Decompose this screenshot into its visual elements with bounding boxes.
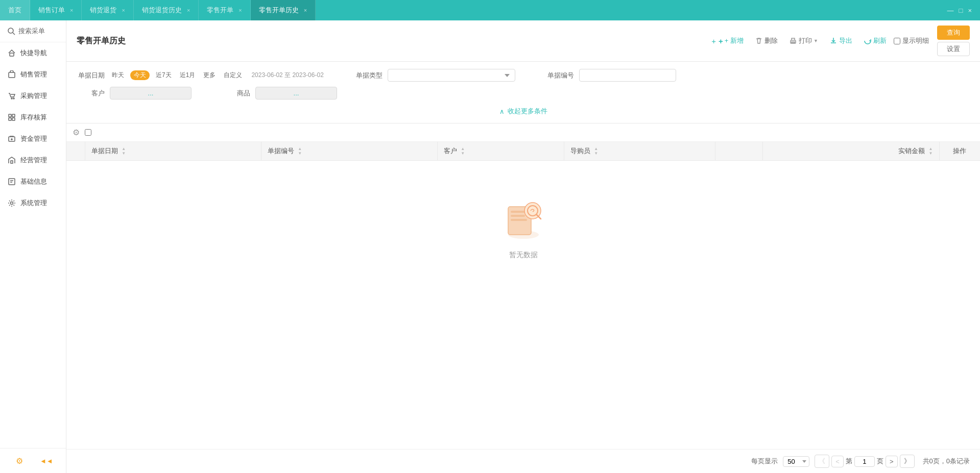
sidebar-item-business-label: 经营管理 (20, 156, 47, 165)
query-label: 查询 (947, 29, 960, 36)
settings-bottom-icon[interactable]: ⚙ (13, 455, 26, 467)
date-btn-today[interactable]: 今天 (130, 70, 150, 80)
doc-type-label: 单据类型 (354, 71, 383, 80)
print-arrow-icon: ▼ (814, 38, 818, 43)
select-all-checkbox[interactable] (85, 129, 91, 136)
th-amount-label: 实销金额 (898, 147, 925, 155)
refresh-label: 刷新 (873, 36, 887, 45)
sidebar-search-label: 搜索采单 (18, 27, 45, 36)
next-page-button[interactable]: > (886, 456, 898, 467)
tab-sales-return-history[interactable]: 销货退货历史 × (134, 0, 199, 20)
tab-retail-open-history[interactable]: 零售开单历史 × (251, 0, 316, 20)
sidebar-item-purchase[interactable]: 采购管理 (0, 85, 66, 107)
sidebar-item-business[interactable]: 经营管理 (0, 150, 66, 171)
th-customer[interactable]: 客户 ▲ ▼ (437, 142, 564, 161)
print-button[interactable]: 打印 ▼ (785, 34, 822, 47)
finance-icon (7, 134, 16, 143)
tab-retail-open-history-close[interactable]: × (304, 7, 307, 13)
pagination: 每页显示 10 20 50 100 《 < 第 页 > (66, 449, 980, 473)
page-suffix: 页 (877, 457, 883, 466)
svg-point-5 (13, 98, 14, 99)
tab-retail-open-close[interactable]: × (238, 7, 242, 13)
sidebar-item-finance[interactable]: 资金管理 (0, 128, 66, 150)
close-button[interactable]: × (968, 7, 972, 14)
tab-sales-order-label: 销售订单 (38, 6, 65, 15)
sort-no-up: ▲ (298, 147, 302, 151)
table-toolbar: ⚙ (66, 123, 980, 142)
date-options: 昨天 今天 近7天 近1月 更多 自定义 2023-06-02 至 2023-0… (110, 70, 324, 80)
sort-amount-up: ▲ (929, 147, 933, 151)
tab-sales-return-history-close[interactable]: × (187, 7, 190, 13)
svg-rect-7 (12, 114, 15, 117)
show-detail-checkbox[interactable] (894, 38, 900, 44)
goods-filter-group: 商品 ... (222, 87, 337, 99)
new-label: + 新增 (725, 36, 744, 45)
per-page-select[interactable]: 10 20 50 100 (783, 456, 809, 467)
inventory-icon (7, 113, 16, 122)
sidebar-item-system[interactable]: 系统管理 (0, 192, 66, 214)
svg-line-1 (13, 33, 15, 35)
th-date[interactable]: 单据日期 ▲ ▼ (85, 142, 261, 161)
export-button[interactable]: 导出 (825, 34, 856, 47)
goods-select-button[interactable]: ... (255, 87, 337, 99)
last-page-button[interactable]: 》 (900, 455, 915, 468)
show-detail-checkbox-label[interactable]: 显示明细 (894, 36, 929, 45)
svg-point-0 (8, 28, 13, 33)
date-btn-more[interactable]: 更多 (201, 70, 218, 80)
th-amount[interactable]: 实销金额 ▲ ▼ (763, 142, 939, 161)
sidebar-search[interactable]: 搜索采单 (0, 20, 66, 42)
table-settings-icon[interactable]: ⚙ (73, 128, 80, 137)
date-btn-7days[interactable]: 近7天 (154, 70, 174, 80)
setting-button[interactable]: 设置 (937, 42, 970, 56)
tab-sales-order[interactable]: 销售订单 × (30, 0, 82, 20)
date-filter-group: 单据日期 昨天 今天 近7天 近1月 更多 自定义 2023-06-02 至 2… (77, 70, 324, 80)
sort-no-down: ▼ (298, 152, 302, 156)
sort-date-down: ▼ (122, 152, 126, 156)
customer-select-button[interactable]: ... (110, 87, 192, 99)
sidebar-item-inventory[interactable]: 库存核算 (0, 107, 66, 128)
svg-rect-20 (511, 219, 527, 221)
query-button[interactable]: 查询 (937, 26, 970, 40)
tab-home[interactable]: 首页 (0, 0, 30, 20)
first-page-icon: 《 (819, 457, 825, 465)
prev-page-button[interactable]: < (831, 456, 844, 467)
svg-point-13 (11, 202, 13, 205)
new-button[interactable]: + + 新增 (707, 34, 748, 47)
th-action-label: 操作 (953, 147, 966, 155)
th-no[interactable]: 单据编号 ▲ ▼ (261, 142, 437, 161)
minimize-button[interactable]: — (947, 7, 954, 14)
sidebar-item-basic-info[interactable]: 基础信息 (0, 171, 66, 192)
search-icon (7, 27, 15, 36)
sidebar-item-inventory-label: 库存核算 (20, 113, 47, 122)
date-btn-yesterday[interactable]: 昨天 (110, 70, 126, 80)
sidebar-item-quick-nav[interactable]: 快捷导航 (0, 42, 66, 64)
goods-label: 商品 (222, 89, 250, 98)
customer-label: 客户 (77, 89, 105, 98)
sort-no-icons: ▲ ▼ (298, 147, 302, 156)
sidebar-item-finance-label: 资金管理 (20, 134, 47, 143)
tab-sales-return-close[interactable]: × (122, 7, 125, 13)
date-btn-custom[interactable]: 自定义 (222, 70, 244, 80)
date-btn-1month[interactable]: 近1月 (178, 70, 198, 80)
tab-sales-return-label: 销货退货 (90, 6, 116, 15)
tab-list: 首页 销售订单 × 销货退货 × 销货退货历史 × 零售开单 × 零售开单历史 … (0, 0, 947, 20)
page-input[interactable] (854, 456, 875, 467)
main-layout: 搜索采单 快捷导航 销售管理 (0, 20, 980, 473)
tab-sales-return[interactable]: 销货退货 × (82, 0, 133, 20)
th-salesperson[interactable]: 导购员 ▲ ▼ (564, 142, 715, 161)
tab-retail-open[interactable]: 零售开单 × (199, 0, 250, 20)
maximize-button[interactable]: □ (959, 7, 963, 14)
tab-sales-order-close[interactable]: × (70, 7, 73, 13)
sidebar-item-sales[interactable]: 销售管理 (0, 64, 66, 85)
filter-collapse-button[interactable]: ∧ 收起更多条件 (499, 107, 547, 116)
first-page-button[interactable]: 《 (815, 455, 829, 468)
doc-type-select[interactable] (388, 69, 515, 82)
collapse-label: 收起更多条件 (508, 107, 547, 116)
collapse-icon[interactable]: ◄◄ (40, 455, 53, 467)
th-no-label: 单据编号 (268, 147, 294, 155)
delete-button[interactable]: 删除 (751, 34, 782, 47)
svg-rect-15 (792, 42, 795, 43)
doc-no-input[interactable] (579, 69, 676, 82)
date-filter-label: 单据日期 (77, 71, 105, 80)
refresh-button[interactable]: 刷新 (859, 34, 891, 47)
